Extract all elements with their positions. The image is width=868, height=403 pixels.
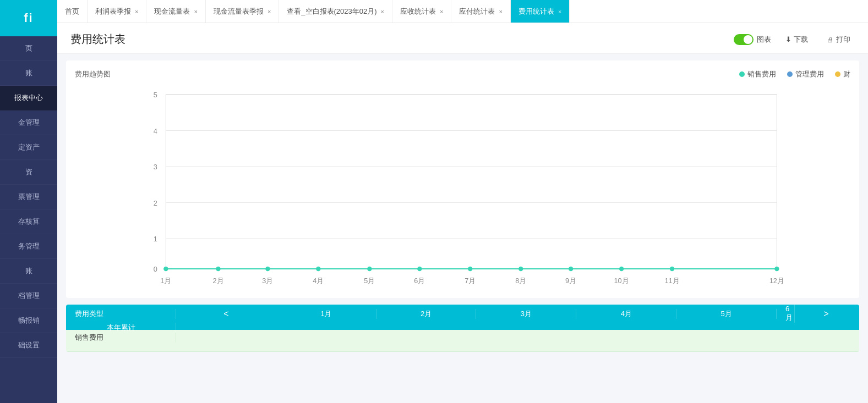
download-icon: ⬇ [785, 35, 791, 43]
svg-point-15 [265, 267, 270, 271]
table-section: 费用类型 < 1月 2月 3月 4月 5月 6月 > 本年累计 销售费用 [66, 305, 859, 352]
th-m3: 3月 [476, 309, 576, 319]
svg-text:6月: 6月 [414, 277, 425, 285]
legend-finance: 财 [835, 69, 850, 79]
svg-text:3: 3 [154, 163, 157, 171]
svg-point-13 [163, 267, 168, 271]
table-header-row: 费用类型 < 1月 2月 3月 4月 5月 6月 > 本年累计 [66, 305, 859, 330]
svg-text:1月: 1月 [160, 277, 171, 285]
svg-text:5: 5 [154, 91, 157, 99]
page-header: 费用统计表 图表 ⬇ 下载 🖨 打印 [57, 23, 868, 54]
svg-text:8月: 8月 [515, 277, 526, 285]
close-cashflow-quarter-tab[interactable]: × [268, 8, 271, 15]
tab-receivable[interactable]: 应收统计表 × [392, 0, 451, 23]
tab-blank-report[interactable]: 查看_空白报表(2023年02月) × [279, 0, 392, 23]
th-nav-prev[interactable]: < [176, 309, 276, 319]
sidebar-item-services[interactable]: 务管理 [0, 234, 57, 259]
td-type: 销售费用 [66, 333, 176, 343]
svg-text:4: 4 [154, 128, 157, 135]
svg-text:10月: 10月 [614, 277, 629, 285]
sidebar-item-reports[interactable]: 报表中心 [0, 86, 57, 111]
th-m2: 2月 [376, 309, 477, 319]
svg-text:7月: 7月 [465, 277, 476, 285]
close-receivable-tab[interactable]: × [440, 8, 443, 15]
th-ytd: 本年累计 [66, 323, 176, 333]
svg-point-19 [468, 267, 472, 271]
legend-management: 管理费用 [787, 69, 824, 79]
svg-text:11月: 11月 [665, 277, 680, 285]
chart-toggle[interactable] [734, 34, 754, 45]
legend-sales: 销售费用 [739, 69, 776, 79]
print-label: 打印 [836, 35, 850, 45]
sidebar-item-bills[interactable]: 票管理 [0, 185, 57, 209]
sidebar-item-investment[interactable]: 资 [0, 160, 57, 185]
th-m1: 1月 [276, 309, 376, 319]
chart-legend: 销售费用 管理费用 财 [739, 69, 850, 79]
svg-text:1: 1 [154, 235, 157, 243]
page-content: 费用统计表 图表 ⬇ 下载 🖨 打印 费用趋势图 [57, 23, 868, 403]
chart-toggle-group[interactable]: 图表 [734, 34, 771, 45]
svg-text:12月: 12月 [769, 277, 784, 285]
svg-point-21 [569, 267, 573, 271]
legend-finance-dot [835, 71, 840, 77]
sidebar-item-inventory[interactable]: 存核算 [0, 209, 57, 234]
close-blank-report-tab[interactable]: × [381, 8, 384, 15]
chart-svg: 5 4 3 2 1 0 [75, 86, 850, 289]
svg-text:2: 2 [154, 200, 157, 207]
chart-area: 5 4 3 2 1 0 [75, 86, 850, 289]
legend-management-label: 管理费用 [795, 69, 824, 79]
th-nav-next[interactable]: > [793, 309, 859, 319]
close-expense-stat-tab[interactable]: × [558, 8, 561, 15]
sidebar-item-fund[interactable]: 金管理 [0, 111, 57, 135]
sidebar: fi 页 账 报表中心 金管理 定资产 资 票管理 存核算 务管理 账 档管理 … [0, 0, 57, 403]
close-payable-tab[interactable]: × [499, 8, 502, 15]
svg-text:4月: 4月 [313, 277, 324, 285]
legend-finance-label: 财 [843, 69, 850, 79]
svg-text:0: 0 [154, 266, 157, 273]
sidebar-item-fixed-assets[interactable]: 定资产 [0, 135, 57, 160]
print-button[interactable]: 🖨 打印 [822, 32, 855, 47]
sidebar-item-payables[interactable]: 账 [0, 259, 57, 284]
th-m6: 6月 [777, 305, 795, 323]
tab-profit[interactable]: 利润表季报 × [88, 0, 146, 23]
svg-point-16 [316, 267, 320, 271]
svg-point-24 [774, 267, 779, 271]
tab-cashflow[interactable]: 现金流量表 × [146, 0, 205, 23]
svg-point-14 [216, 267, 220, 271]
chart-section: 费用趋势图 销售费用 管理费用 财 [66, 60, 859, 298]
print-icon: 🖨 [827, 35, 834, 43]
svg-point-20 [518, 267, 523, 271]
legend-sales-dot [739, 71, 745, 77]
download-label: 下载 [794, 35, 808, 45]
main-area: 首页 利润表季报 × 现金流量表 × 现金流量表季报 × 查看_空白报表(202… [57, 0, 868, 403]
chart-title: 费用趋势图 [75, 69, 111, 79]
sidebar-item-expense-report[interactable]: 畅报销 [0, 308, 57, 333]
th-m5: 5月 [676, 309, 777, 319]
sidebar-item-archives[interactable]: 档管理 [0, 284, 57, 308]
tab-bar: 首页 利润表季报 × 现金流量表 × 现金流量表季报 × 查看_空白报表(202… [57, 0, 868, 23]
page-header-actions: 图表 ⬇ 下载 🖨 打印 [734, 32, 855, 47]
svg-point-22 [619, 267, 624, 271]
chart-header: 费用趋势图 销售费用 管理费用 财 [75, 69, 850, 79]
close-profit-tab[interactable]: × [135, 8, 138, 15]
svg-point-18 [417, 267, 422, 271]
tab-cashflow-quarter[interactable]: 现金流量表季报 × [206, 0, 279, 23]
tab-home[interactable]: 首页 [57, 0, 88, 23]
svg-text:9月: 9月 [565, 277, 576, 285]
download-button[interactable]: ⬇ 下载 [781, 32, 812, 47]
svg-rect-12 [166, 95, 777, 269]
chart-toggle-label: 图表 [757, 35, 771, 45]
sidebar-item-settings[interactable]: 础设置 [0, 333, 57, 358]
svg-point-23 [670, 267, 674, 271]
tab-payable[interactable]: 应付统计表 × [451, 0, 510, 23]
sidebar-logo: fi [0, 0, 57, 36]
tab-expense-stat[interactable]: 费用统计表 × [511, 0, 570, 23]
legend-sales-label: 销售费用 [747, 69, 776, 79]
svg-text:5月: 5月 [364, 277, 375, 285]
sidebar-item-account[interactable]: 账 [0, 61, 57, 86]
sidebar-item-home[interactable]: 页 [0, 36, 57, 61]
th-type: 费用类型 [66, 309, 176, 319]
page-title: 费用统计表 [70, 32, 125, 47]
close-cashflow-tab[interactable]: × [194, 8, 197, 15]
legend-management-dot [787, 71, 793, 77]
